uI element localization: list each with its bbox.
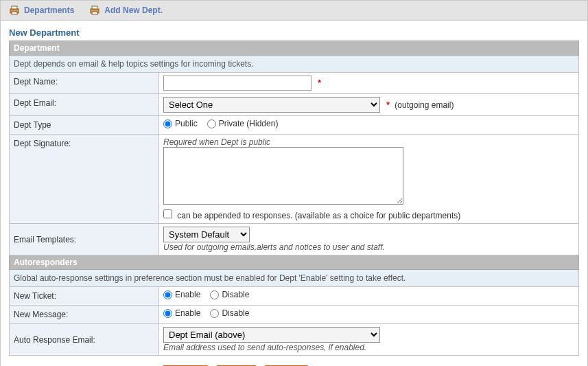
email-templates-label: Email Templates:	[10, 224, 159, 255]
new-ticket-label: New Ticket:	[10, 287, 159, 306]
dept-email-select[interactable]: Select One	[163, 97, 380, 113]
departments-link[interactable]: Departments	[9, 5, 74, 16]
form-table: Department Dept depends on email & help …	[9, 41, 579, 356]
dept-signature-append-label: can be appended to responses. (available…	[177, 211, 460, 220]
dept-type-private-label: Private (Hidden)	[219, 119, 279, 128]
new-ticket-disable-radio[interactable]	[210, 290, 219, 299]
topbar: Departments Add New Dept.	[1, 1, 587, 21]
svg-rect-2	[12, 12, 17, 14]
button-row: Submit Reset Cancel	[9, 356, 579, 366]
new-message-enable-radio[interactable]	[163, 309, 172, 318]
page-container: Departments Add New Dept. New Department…	[0, 0, 588, 366]
email-templates-select[interactable]: System Default	[163, 227, 250, 242]
auto-response-email-note: Email address used to send auto-response…	[163, 343, 574, 352]
dept-name-label: Dept Name:	[10, 73, 159, 94]
add-new-dept-link[interactable]: Add New Dept.	[89, 5, 163, 16]
dept-signature-append-checkbox[interactable]	[163, 209, 172, 218]
auto-response-email-select[interactable]: Dept Email (above)	[163, 327, 380, 343]
dept-type-label: Dept Type	[10, 116, 159, 135]
printer-icon	[9, 5, 20, 16]
add-new-dept-label: Add New Dept.	[104, 5, 163, 15]
new-ticket-disable-label: Disable	[222, 290, 249, 299]
svg-rect-5	[92, 12, 97, 14]
auto-response-email-label: Auto Response Email:	[10, 324, 159, 356]
new-message-disable-radio[interactable]	[210, 309, 219, 318]
required-marker: *	[318, 78, 321, 88]
section-header-department: Department	[10, 41, 579, 56]
dept-email-label: Dept Email:	[10, 94, 159, 116]
page-title: New Department	[9, 27, 579, 38]
dept-type-public-label: Public	[175, 119, 198, 128]
new-ticket-enable-label: Enable	[175, 290, 200, 299]
section-hint-autoresponders: Global auto-response settings in prefere…	[10, 270, 579, 287]
section-header-autoresponders: Autoresponders	[10, 255, 579, 270]
dept-name-input[interactable]	[163, 76, 311, 91]
content-area: New Department Department Dept depends o…	[1, 21, 587, 366]
printer-icon	[89, 5, 100, 16]
svg-rect-1	[12, 6, 17, 9]
dept-type-private-radio[interactable]	[207, 119, 216, 128]
new-message-disable-label: Disable	[222, 308, 249, 318]
required-marker: *	[386, 100, 390, 110]
new-ticket-enable-radio[interactable]	[163, 290, 172, 299]
email-templates-note: Used for outgoing emails,alerts and noti…	[163, 242, 574, 252]
dept-email-aftertext: (outgoing email)	[395, 100, 454, 110]
dept-signature-label: Dept Signature:	[10, 135, 159, 224]
departments-label: Departments	[24, 5, 74, 15]
dept-signature-note: Required when Dept is public	[163, 137, 574, 147]
new-message-enable-label: Enable	[175, 308, 200, 318]
section-hint-department: Dept depends on email & help topics sett…	[10, 56, 579, 73]
svg-rect-4	[92, 6, 97, 9]
new-message-label: New Message:	[10, 306, 159, 324]
dept-type-public-radio[interactable]	[163, 119, 172, 128]
dept-signature-textarea[interactable]	[163, 147, 403, 205]
